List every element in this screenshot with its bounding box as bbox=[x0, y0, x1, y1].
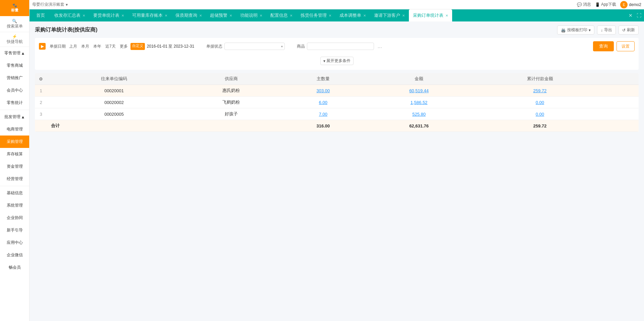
tab-close-cost[interactable]: ✕ bbox=[363, 14, 366, 17]
data-table-container: ⚙ 往来单位编码 供应商 主数量 金额 累计付款金额 1 00020001 惠氏… bbox=[35, 73, 639, 132]
tab-close-usable[interactable]: ✕ bbox=[165, 14, 167, 17]
avatar: E bbox=[620, 1, 628, 8]
tab-close-expiry[interactable]: ✕ bbox=[199, 14, 202, 17]
tab-close-purchase-stat[interactable]: ✕ bbox=[445, 14, 448, 17]
row-paid[interactable]: 0.00 bbox=[473, 108, 607, 120]
tab-close-overstock[interactable]: ✕ bbox=[229, 14, 232, 17]
shortcut-more[interactable]: 更多 bbox=[118, 43, 129, 50]
th-supplier: 供应商 bbox=[181, 73, 281, 85]
th-settings[interactable]: ⚙ bbox=[35, 73, 47, 85]
sidebar-item-purchase[interactable]: 采购管理 bbox=[0, 136, 29, 148]
sidebar-item-search[interactable]: 🔍 搜索菜单 bbox=[0, 16, 29, 32]
status-select[interactable] bbox=[224, 43, 285, 50]
refresh-button[interactable]: ↺ 刷新 bbox=[619, 25, 639, 35]
member-label: 会员中心 bbox=[7, 88, 23, 93]
tab-function[interactable]: 功能说明 ✕ bbox=[236, 9, 266, 21]
table-header-row: ⚙ 往来单位编码 供应商 主数量 金额 累计付款金额 bbox=[35, 73, 639, 85]
tab-invite[interactable]: 邀请下游客户 ✕ bbox=[370, 9, 409, 21]
shortcut-this-month[interactable]: 本月 bbox=[80, 43, 91, 50]
sidebar-item-retail-stat[interactable]: 零售统计 bbox=[0, 97, 29, 109]
shortcut-this-year[interactable]: 本年 bbox=[92, 43, 103, 50]
row-paid[interactable]: 0.00 bbox=[473, 97, 607, 108]
row-supplier: 好孩子 bbox=[181, 108, 281, 120]
row-amount[interactable]: 60,519.44 bbox=[365, 85, 473, 97]
sidebar-item-member[interactable]: 会员中心 bbox=[0, 84, 29, 97]
tab-collect-summary[interactable]: 收发存汇总表 ✕ bbox=[50, 9, 89, 21]
status-label: 单据状态 bbox=[206, 44, 222, 49]
sidebar-item-wechat[interactable]: 企业微信 bbox=[0, 249, 29, 261]
sidebar-item-operations[interactable]: 经营管理 bbox=[0, 173, 29, 185]
sidebar-item-guide[interactable]: 新手引导 bbox=[0, 224, 29, 236]
row-paid[interactable]: 259.72 bbox=[473, 85, 607, 97]
tab-maximize-button[interactable]: ⛶ bbox=[635, 13, 643, 18]
sidebar-item-app-center[interactable]: 应用中心 bbox=[0, 236, 29, 249]
sidebar-item-inventory[interactable]: 库存核算 bbox=[0, 148, 29, 160]
filter-toggle-button[interactable]: ▶ bbox=[39, 43, 46, 50]
tab-close-function[interactable]: ✕ bbox=[260, 14, 262, 17]
print-button[interactable]: 🖨️ 按模板打印 ▾ bbox=[557, 25, 594, 35]
table-row[interactable]: 2 00020002 飞鹤奶粉 6.00 1,586.52 0.00 bbox=[35, 97, 639, 108]
tab-usable-label: 可用量库存账本 bbox=[132, 12, 163, 18]
settings-button[interactable]: 设置 bbox=[616, 41, 635, 51]
goods-more-icon[interactable]: … bbox=[376, 44, 383, 49]
goods-label: 商品 bbox=[297, 44, 305, 49]
sidebar-item-marketing[interactable]: 营销推广 bbox=[0, 72, 29, 84]
row-quantity[interactable]: 6.00 bbox=[281, 97, 365, 108]
shortcut-7days[interactable]: 近7天 bbox=[104, 43, 117, 50]
topbar: 母婴行业演示账套 ▾ 💬 消息 📱 App下载 E demo2 bbox=[30, 0, 644, 9]
tab-overstock-label: 超储预警 bbox=[210, 12, 227, 18]
sidebar-item-retail-mall[interactable]: 零售商城 bbox=[0, 59, 29, 72]
tab-picking[interactable]: 拣货任务管理 ✕ bbox=[297, 9, 335, 21]
sidebar-item-finance[interactable]: 资金管理 bbox=[0, 160, 29, 173]
footer-spacer-2 bbox=[181, 120, 281, 132]
sidebar-item-retail[interactable]: 零售管理 ▲ bbox=[0, 47, 29, 59]
retail-mall-label: 零售商城 bbox=[7, 63, 23, 68]
tab-close-collect[interactable]: ✕ bbox=[83, 14, 85, 17]
wholesale-label: 批发管理 bbox=[4, 114, 20, 120]
tab-usable-inventory[interactable]: 可用量库存账本 ✕ bbox=[128, 9, 171, 21]
row-amount[interactable]: 1,586.52 bbox=[365, 97, 473, 108]
query-button[interactable]: 查询 bbox=[593, 41, 614, 51]
shortcut-last-month[interactable]: 上月 bbox=[68, 43, 78, 50]
tab-expiry[interactable]: 保质期查询 ✕ bbox=[171, 9, 206, 21]
tab-close-all-button[interactable]: ✕ bbox=[627, 13, 634, 18]
row-quantity[interactable]: 7.00 bbox=[281, 108, 365, 120]
tab-config[interactable]: 配置信息 ✕ bbox=[266, 9, 297, 21]
sidebar-item-base[interactable]: 基础信息 bbox=[0, 187, 29, 199]
messages-button[interactable]: 💬 消息 bbox=[577, 2, 591, 7]
app-download-button[interactable]: 📱 App下载 bbox=[595, 2, 616, 7]
row-amount[interactable]: 525.80 bbox=[365, 108, 473, 120]
tab-close-config[interactable]: ✕ bbox=[290, 14, 292, 17]
tab-purchase-stat[interactable]: 采购订单统计表 ✕ bbox=[409, 9, 452, 21]
goods-input[interactable] bbox=[307, 43, 374, 50]
tab-cost[interactable]: 成本调整单 ✕ bbox=[335, 9, 370, 21]
row-num: 3 bbox=[35, 108, 47, 120]
retail-stat-label: 零售统计 bbox=[7, 100, 23, 106]
sidebar-item-wholesale[interactable]: 批发管理 ▲ bbox=[0, 111, 29, 123]
tab-order-summary[interactable]: 要货单统计表 ✕ bbox=[89, 9, 128, 21]
workspace-name: 母婴行业演示账套 bbox=[32, 2, 64, 7]
row-spacer bbox=[607, 85, 639, 97]
sidebar-item-ecommerce[interactable]: 电商管理 bbox=[0, 123, 29, 136]
tab-picking-label: 拣货任务管理 bbox=[301, 12, 327, 18]
tab-overstock[interactable]: 超储预警 ✕ bbox=[206, 9, 236, 21]
table-row[interactable]: 3 00020005 好孩子 7.00 525.80 0.00 bbox=[35, 108, 639, 120]
expand-more-button[interactable]: ▾ 展开更多条件 bbox=[320, 57, 354, 65]
sidebar-item-system[interactable]: 系统管理 bbox=[0, 199, 29, 212]
tab-close-invite[interactable]: ✕ bbox=[402, 14, 405, 17]
table-row[interactable]: 1 00020001 惠氏奶粉 303.00 60,519.44 259.72 bbox=[35, 85, 639, 97]
sidebar-item-quicknav[interactable]: ⚡ 快捷导航 bbox=[0, 32, 29, 47]
sidebar-item-vip[interactable]: 畅会员 bbox=[0, 261, 29, 274]
app-icon: 📱 bbox=[595, 2, 600, 7]
refresh-label: 刷新 bbox=[627, 27, 635, 33]
workspace-selector[interactable]: 母婴行业演示账套 ▾ bbox=[32, 2, 577, 7]
row-quantity[interactable]: 303.00 bbox=[281, 85, 365, 97]
export-button[interactable]: ↓ 导出 bbox=[597, 25, 616, 35]
user-menu[interactable]: E demo2 bbox=[620, 1, 641, 8]
tab-close-order[interactable]: ✕ bbox=[121, 14, 124, 17]
tab-home[interactable]: 首页 bbox=[31, 9, 50, 21]
tab-close-picking[interactable]: ✕ bbox=[329, 14, 331, 17]
sidebar-item-enterprise[interactable]: 企业协同 bbox=[0, 212, 29, 224]
custom-date-badge[interactable]: 自定义 bbox=[130, 43, 145, 50]
search-icon: 🔍 bbox=[2, 19, 27, 23]
